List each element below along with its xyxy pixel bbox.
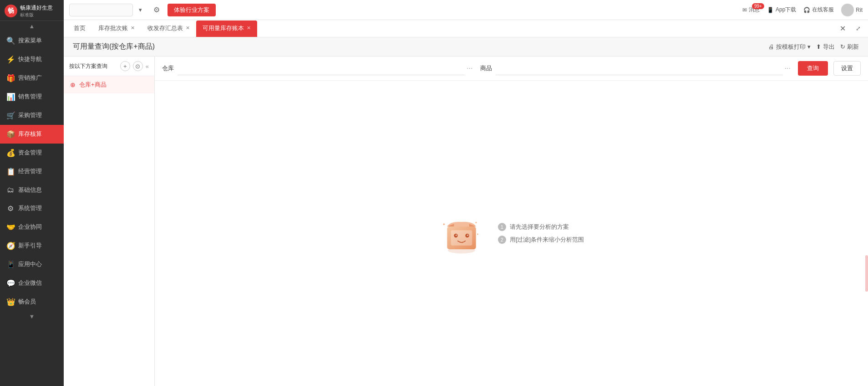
svg-rect-2 <box>451 230 472 245</box>
settings-button[interactable]: 设置 <box>833 61 861 76</box>
sidebar-item-finance[interactable]: 💰 资金管理 <box>0 144 64 162</box>
purchase-icon: 🛒 <box>6 111 15 120</box>
refresh-label: 刷新 <box>847 43 859 51</box>
tab-receipt-summary-label: 收发存汇总表 <box>147 24 183 32</box>
tip-num-2: 2 <box>498 236 506 244</box>
refresh-btn[interactable]: ↻ 刷新 <box>840 43 859 51</box>
online-service-btn[interactable]: 🎧 在线客服 <box>803 6 834 14</box>
print-icon: 🖨 <box>768 43 774 50</box>
industry-solution-button[interactable]: 体验行业方案 <box>168 4 216 16</box>
tab-available-qty-label: 可用量库存账本 <box>203 24 244 32</box>
sidebar-item-search[interactable]: 🔍 搜索菜单 <box>0 31 64 50</box>
sidebar-item-label: 经营管理 <box>18 167 42 175</box>
filter-row: 仓库 ··· 商品 ··· 查询 设置 <box>155 57 868 81</box>
export-label: 导出 <box>823 43 835 51</box>
sidebar-item-label: 畅会员 <box>18 298 36 306</box>
sidebar-item-label: 企业微信 <box>18 279 42 287</box>
user-profile-btn[interactable]: Rit <box>841 4 863 16</box>
svg-text:✦: ✦ <box>477 233 479 236</box>
svg-point-6 <box>467 235 468 236</box>
empty-tips: 1 请先选择要分析的方案 2 用[过滤]条件来缩小分析范围 <box>498 223 584 244</box>
filter-item-warehouse-product[interactable]: ⊕ 仓库+商品 <box>64 76 154 93</box>
tab-available-qty-close[interactable]: ✕ <box>247 25 251 31</box>
inventory-icon: 📦 <box>6 130 15 139</box>
filter-item-label: 仓库+商品 <box>79 81 107 89</box>
logo-edition: 标准版 <box>20 12 53 18</box>
logo-icon: 畅 <box>5 5 17 17</box>
sidebar-logo: 畅 畅康通好生意 标准版 <box>5 5 59 18</box>
sidebar-item-purchase[interactable]: 🛒 采购管理 <box>0 106 64 125</box>
print-template-btn[interactable]: 🖨 按模板打印 ▾ <box>768 43 811 51</box>
svg-text:✦: ✦ <box>442 222 446 226</box>
tab-home[interactable]: 首页 <box>67 21 92 37</box>
sidebar-item-member[interactable]: 👑 畅会员 <box>0 293 64 311</box>
tabbar-right: ✕ ⤢ <box>836 22 864 35</box>
product-filter-field: 商品 ··· <box>480 62 793 75</box>
query-button[interactable]: 查询 <box>798 61 828 76</box>
topbar-search-area: ▾ <box>69 4 146 16</box>
product-input[interactable] <box>496 62 783 75</box>
print-dropdown-icon[interactable]: ▾ <box>807 43 811 50</box>
enterprise-icon: 🤝 <box>6 223 15 232</box>
logo-text: 畅康通好生意 标准版 <box>20 5 53 18</box>
page-titlebar: 可用量查询(按仓库+商品) 🖨 按模板打印 ▾ ⬆ 导出 ↻ 刷新 <box>64 37 868 57</box>
sidebar-scroll: ▲ 🔍 搜索菜单 ⚡ 快捷导航 🎁 营销推广 📊 销售管理 🛒 采购管理 📦 库… <box>0 21 64 386</box>
search-input[interactable] <box>69 4 133 16</box>
filter-collapse-btn[interactable]: « <box>146 63 149 70</box>
sidebar-item-system[interactable]: ⚙ 系统管理 <box>0 199 64 218</box>
export-btn[interactable]: ⬆ 导出 <box>816 43 835 51</box>
logo-name: 畅康通好生意 <box>20 5 53 12</box>
settings-gear-btn[interactable]: ⚙ <box>150 4 163 16</box>
message-badge: 99+ <box>752 3 764 9</box>
topbar: ▾ ⚙ 体验行业方案 ✉ 消息 99+ 📱 App下载 🎧 在线客服 Rit <box>64 0 868 20</box>
sidebar-item-wechat[interactable]: 💬 企业微信 <box>0 274 64 293</box>
search-dropdown-btn[interactable]: ▾ <box>135 5 146 15</box>
sidebar-item-enterprise[interactable]: 🤝 企业协同 <box>0 218 64 237</box>
tabbar-close-all-btn[interactable]: ✕ <box>836 22 849 35</box>
member-icon: 👑 <box>6 298 15 306</box>
sidebar-item-label: 企业协同 <box>18 223 42 231</box>
wechat-icon: 💬 <box>6 279 15 288</box>
sidebar-item-inventory[interactable]: 📦 库存核算 <box>0 125 64 144</box>
sidebar-item-label: 系统管理 <box>18 204 42 212</box>
sidebar-item-label: 资金管理 <box>18 149 42 157</box>
sidebar-item-label: 采购管理 <box>18 111 42 119</box>
app-download-btn[interactable]: 📱 App下载 <box>767 6 796 14</box>
svg-point-5 <box>456 235 457 236</box>
sidebar-item-operations[interactable]: 📋 经营管理 <box>0 162 64 181</box>
finance-icon: 💰 <box>6 149 15 157</box>
add-filter-btn[interactable]: + <box>120 61 130 71</box>
sidebar-item-sales[interactable]: 📊 销售管理 <box>0 87 64 106</box>
sidebar-item-marketing[interactable]: 🎁 营销推广 <box>0 69 64 87</box>
message-icon: ✉ <box>742 7 747 13</box>
scroll-down-btn[interactable]: ▼ <box>0 311 64 322</box>
sidebar-item-label: 营销推广 <box>18 74 42 82</box>
sidebar-item-label: 销售管理 <box>18 93 42 101</box>
warehouse-more-btn[interactable]: ··· <box>465 64 474 72</box>
sidebar-item-label: 快捷导航 <box>18 55 42 63</box>
tab-receipt-summary[interactable]: 收发存汇总表 ✕ <box>141 21 196 37</box>
sidebar-header: 畅 畅康通好生意 标准版 <box>0 0 64 21</box>
tab-receipt-summary-close[interactable]: ✕ <box>186 25 190 31</box>
tab-batch-ledger-close[interactable]: ✕ <box>131 25 135 31</box>
sidebar-item-label: 新手引导 <box>18 242 42 250</box>
product-more-btn[interactable]: ··· <box>783 64 792 72</box>
sidebar-item-shortcut[interactable]: ⚡ 快捷导航 <box>0 50 64 69</box>
sidebar-item-onboarding[interactable]: 🧭 新手引导 <box>0 237 64 255</box>
empty-tip-2: 2 用[过滤]条件来缩小分析范围 <box>498 236 584 244</box>
tabbar-expand-btn[interactable]: ⤢ <box>852 22 864 35</box>
tab-batch-ledger[interactable]: 库存批次账 ✕ <box>92 21 141 37</box>
message-btn[interactable]: ✉ 消息 99+ <box>742 6 760 14</box>
tab-available-qty[interactable]: 可用量库存账本 ✕ <box>196 21 257 37</box>
app-download-label: App下载 <box>776 6 796 14</box>
empty-tip-1: 1 请先选择要分析的方案 <box>498 223 584 231</box>
marketing-icon: 🎁 <box>6 74 15 82</box>
scroll-up-btn[interactable]: ▲ <box>0 21 64 31</box>
shortcut-icon: ⚡ <box>6 55 15 64</box>
sidebar-item-app-center[interactable]: 📱 应用中心 <box>0 255 64 274</box>
headset-icon: 🎧 <box>803 7 810 13</box>
warehouse-input[interactable] <box>178 62 465 75</box>
sidebar-item-basic[interactable]: 🗂 基础信息 <box>0 181 64 199</box>
svg-text:✦: ✦ <box>475 221 477 224</box>
filter-settings-btn[interactable]: ⊙ <box>133 61 143 71</box>
